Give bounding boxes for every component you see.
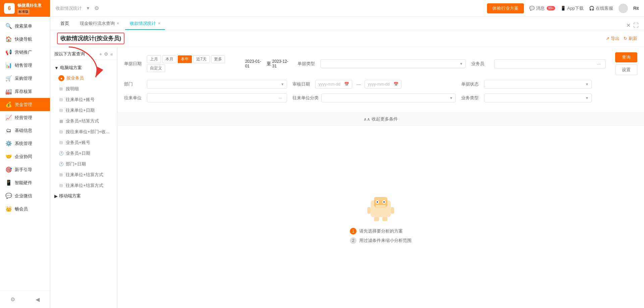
sidebar-item-purchase[interactable]: 🛒采购管理: [0, 72, 50, 85]
collapse-sidebar-icon[interactable]: ◀: [34, 295, 41, 304]
biz-type-select[interactable]: ▾: [484, 94, 592, 102]
tree-item-unit_date[interactable]: ⊟往来单位+日期: [50, 105, 117, 116]
unit-more-icon[interactable]: ···: [279, 95, 282, 100]
tree-item-unit_settle2[interactable]: ⊟往来单位+结算方式: [50, 180, 117, 191]
collapse-panel-icon[interactable]: «: [110, 51, 113, 57]
tree-item-label-detail: 按明细: [66, 86, 79, 92]
sidebar-item-inventory[interactable]: 🏭库存核算: [0, 85, 50, 98]
hardware-icon: 📱: [5, 179, 12, 186]
empty-steps: 1 请先选择要分析的方案 2 用过滤条件来缩小分析范围: [350, 228, 412, 244]
avatar[interactable]: [619, 4, 628, 13]
settings-bottom-icon[interactable]: ⚙: [9, 295, 16, 304]
tab-bank-close[interactable]: ×: [117, 21, 119, 26]
calendar-icon: 📅: [344, 82, 349, 87]
filter-row-3: 往来单位 ··· 往来单位分类 ▾ 业务类型: [124, 93, 637, 102]
sidebar-item-label-hardware: 智能硬件: [15, 180, 32, 186]
sidebar-item-system[interactable]: ⚙️系统管理: [0, 137, 50, 150]
unit-category-select[interactable]: ▾: [321, 94, 455, 102]
sidebar-item-search[interactable]: 🔍搜索菜单: [0, 19, 50, 33]
voucher-type-select[interactable]: ▾: [320, 59, 466, 68]
header-dropdown[interactable]: ▼: [86, 6, 90, 11]
export-icon: ↗: [606, 36, 609, 41]
dept-select[interactable]: ▾: [147, 80, 287, 89]
tree-section: ▼ 电脑端方案 ●按业务员⊞按明细⊟往来单位+账号⊟往来单位+日期▦业务员+结算…: [50, 60, 117, 204]
date-btn-this-month[interactable]: 本月: [162, 55, 176, 63]
tree-item-unit_settle1[interactable]: ⊞往来单位+结算方式: [50, 169, 117, 180]
sidebar-item-newbie[interactable]: 🎯新手引导: [0, 163, 50, 176]
refresh-button[interactable]: ↻ 刷新: [624, 36, 637, 42]
query-button[interactable]: 查询: [615, 52, 637, 62]
sidebar-item-sales[interactable]: 📊销售管理: [0, 59, 50, 72]
sidebar-item-marketing[interactable]: 📢营销推广: [0, 46, 50, 59]
tree-item-unit_account[interactable]: ⊟往来单位+账号: [50, 94, 117, 105]
date-btn-custom[interactable]: 自定义: [147, 64, 165, 72]
messages-button[interactable]: 💬 消息 99+: [529, 5, 555, 11]
sidebar-item-finance[interactable]: 💰资金管理: [0, 98, 50, 111]
online-service-button[interactable]: 🎧 在线客服: [589, 5, 613, 11]
tree-item-detail[interactable]: ⊞按明细: [50, 84, 117, 94]
sidebar-item-operations[interactable]: 📈经营管理: [0, 111, 50, 124]
sidebar-item-quicknav[interactable]: 🏠快捷导航: [0, 33, 50, 46]
weixin-icon: 💬: [5, 193, 12, 199]
svg-rect-8: [391, 207, 394, 214]
finance-icon: 💰: [5, 101, 12, 108]
date-btn-7days[interactable]: 近7天: [193, 55, 210, 63]
tab-collection-close[interactable]: ×: [158, 21, 160, 26]
member-icon: 👑: [5, 206, 12, 212]
marketing-icon: 📢: [5, 49, 12, 55]
tree-item-label-dept_date: 部门+日期: [66, 161, 86, 167]
tree-item-salesperson_settle[interactable]: ▦业务员+结算方式: [50, 116, 117, 126]
date-btn-this-year[interactable]: 本年: [178, 55, 192, 63]
sidebar-item-label-enterprise: 企业协同: [15, 154, 32, 160]
tree-group-pc-title[interactable]: ▼ 电脑端方案: [50, 63, 117, 73]
message-icon: 💬: [529, 6, 535, 11]
tab-bank[interactable]: 现金银行流水查询 ×: [75, 18, 124, 30]
date-btn-more[interactable]: 更多: [211, 55, 225, 63]
tab-maximize-icon[interactable]: ⛶: [633, 22, 639, 29]
tree-item-salesperson_account[interactable]: ⊟业务员+账号: [50, 137, 117, 148]
app-download-button[interactable]: 📱 App下载: [560, 5, 584, 11]
voucher-status-select[interactable]: ▾: [484, 80, 592, 89]
salesperson-more-icon[interactable]: ···: [597, 61, 601, 66]
settings-button[interactable]: 设置: [615, 64, 637, 75]
basicinfo-icon: 🗂: [5, 127, 12, 134]
tree-group-mobile-title[interactable]: ▶ 移动端方案: [50, 191, 117, 201]
empty-step-2: 2 用过滤条件来缩小分析范围: [350, 237, 412, 244]
refresh-icon: ↻: [624, 36, 627, 41]
review-date-start[interactable]: yyyy-mm-dd 📅: [315, 80, 352, 89]
sidebar-item-basicinfo[interactable]: 🗂基础信息: [0, 124, 50, 137]
tab-home[interactable]: 首页: [56, 18, 74, 30]
tree-item-dept_date[interactable]: 🕐部门+日期: [50, 159, 117, 169]
table-icon: ⊟: [58, 183, 64, 188]
sidebar-item-label-purchase: 采购管理: [15, 75, 32, 82]
industry-solution-button[interactable]: 体验行业方案: [487, 3, 524, 13]
logo-text: 畅捷通好生意 标准版: [17, 3, 42, 14]
sidebar-item-weixin[interactable]: 💬企业微信: [0, 189, 50, 202]
tree-item-salesperson_date[interactable]: 🕐业务员+日期: [50, 148, 117, 159]
review-date-end[interactable]: yyyy-mm-dd 📅: [365, 80, 401, 89]
scheme-settings-icon[interactable]: ⚙: [104, 51, 108, 57]
collapse-row: ∧∧ 收起更多条件: [117, 112, 644, 125]
tab-collection[interactable]: 收款情况统计 ×: [125, 18, 165, 30]
date-separator: —: [356, 82, 361, 87]
empty-state: 1 请先选择要分析的方案 2 用过滤条件来缩小分析范围: [117, 126, 644, 308]
unit-category-label: 往来单位分类: [292, 95, 319, 101]
sales-icon: 📊: [5, 62, 12, 68]
sidebar-item-hardware[interactable]: 📱智能硬件: [0, 176, 50, 189]
empty-illustration: [364, 190, 397, 224]
salesperson-select[interactable]: ···: [494, 59, 606, 68]
svg-rect-9: [374, 217, 379, 221]
collapse-button[interactable]: ∧∧ 收起更多条件: [364, 116, 398, 122]
unit-label: 往来单位: [124, 95, 144, 101]
add-scheme-icon[interactable]: +: [99, 51, 102, 57]
date-btn-last-month[interactable]: 上月: [147, 55, 161, 63]
unit-select[interactable]: ···: [147, 93, 287, 102]
tree-item-salesperson[interactable]: ●按业务员: [50, 73, 117, 84]
sidebar-item-enterprise[interactable]: 🤝企业协同: [0, 150, 50, 163]
filter-area: 单据日期 上月 本月 本年 近7天 更多 自定义 2023-: [117, 47, 644, 112]
header-gear-icon[interactable]: ⚙: [94, 5, 99, 11]
tree-item-unit_dept[interactable]: ⊟按往来单位+部门+收...: [50, 126, 117, 137]
tab-close-all-icon[interactable]: ✕: [626, 22, 631, 29]
export-button[interactable]: ↗ 导出: [606, 36, 620, 42]
sidebar-item-member[interactable]: 👑畅会员: [0, 202, 50, 215]
